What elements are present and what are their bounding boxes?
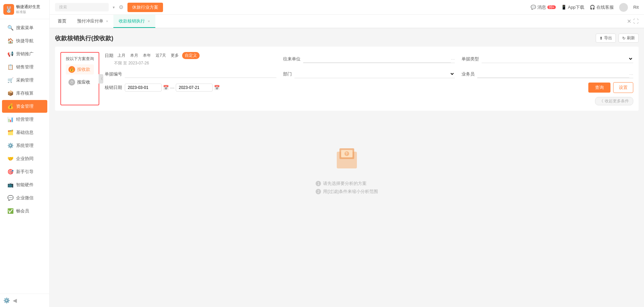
empty-state: ? 1 请先选择要分析的方案 2 用[过滤]条件来缩小分析范围	[55, 115, 639, 221]
collapse-more-row: 《 收起更多条件	[105, 97, 633, 105]
shortcut-7days[interactable]: 近7天	[154, 52, 167, 59]
tab-prepay-close-icon[interactable]: ×	[106, 19, 108, 23]
sidebar-item-cooperation[interactable]: 🤝企业协同	[2, 152, 47, 165]
staff-dots-icon[interactable]: ···	[629, 71, 633, 77]
message-item[interactable]: 💬 消息 99+	[531, 4, 556, 10]
close-tab-icon[interactable]: ✕	[627, 18, 631, 24]
tab-receipt-verify-close-icon[interactable]: ×	[148, 19, 150, 23]
sidebar-item-label-quick-nav: 快捷导航	[16, 38, 34, 44]
tabbar-actions: ✕ ⛶	[627, 15, 641, 28]
shortcut-custom[interactable]: 自定义	[182, 52, 200, 59]
by-receipt-icon: 💰	[68, 66, 75, 73]
sidebar-item-wechat[interactable]: 💬企业微信	[2, 192, 47, 204]
export-button[interactable]: ⬆ 导出	[596, 34, 616, 43]
service-item[interactable]: 🎧 在线客服	[590, 4, 614, 10]
collapse-more-label: 收起更多条件	[605, 98, 629, 104]
shortcut-last-month[interactable]: 上月	[116, 52, 127, 59]
sidebar-item-system[interactable]: ⚙️系统管理	[2, 139, 47, 152]
purchase-icon: 🛒	[7, 77, 13, 83]
counterpart-input[interactable]	[303, 55, 451, 63]
doc-no-input[interactable]	[125, 70, 276, 78]
topbar-chevron-icon[interactable]: ▾	[113, 5, 115, 10]
sidebar-item-member[interactable]: ✅畅会员	[2, 205, 47, 217]
by-receipt-label: 按收款	[77, 66, 90, 72]
service-icon: 🎧	[590, 5, 595, 10]
sidebar-item-label-business: 经营管理	[16, 116, 34, 122]
staff-input[interactable]	[477, 70, 629, 78]
message-badge: 99+	[547, 5, 556, 9]
app-download-item[interactable]: 📱 App下载	[561, 4, 584, 10]
sidebar-item-label-member: 畅会员	[16, 208, 29, 214]
dept-select[interactable]	[294, 70, 455, 78]
tab-prepay-label: 预付冲应付单	[77, 18, 103, 24]
sidebar-item-finance[interactable]: 💰资金管理	[2, 100, 47, 113]
sidebar-item-quick-nav[interactable]: 🏠快捷导航	[2, 35, 47, 47]
verif-date-label: 核销日期	[105, 85, 122, 91]
sidebar-item-guide[interactable]: 🎯新手引导	[2, 165, 47, 178]
sidebar-item-sales[interactable]: 📋销售管理	[2, 61, 47, 73]
collapse-more-button[interactable]: 《 收起更多条件	[595, 97, 633, 105]
user-name: Rit	[633, 5, 639, 10]
sidebar-item-label-guide: 新手引导	[16, 169, 34, 175]
collapse-more-icon: 《	[599, 98, 603, 104]
logo-icon: 🐰	[3, 4, 14, 15]
expand-tab-icon[interactable]: ⛶	[633, 18, 639, 24]
verif-date-start-input[interactable]	[125, 84, 162, 92]
shortcut-more[interactable]: 更多	[169, 52, 180, 59]
sidebar-item-marketing[interactable]: 📢营销推广	[2, 48, 47, 60]
sidebar-item-label-search: 搜索菜单	[16, 25, 34, 31]
topbar-right: 💬 消息 99+ 📱 App下载 🎧 在线客服 Rit	[531, 3, 639, 12]
query-button[interactable]: 查询	[588, 83, 610, 93]
query-selector: 按以下方案查询 💰 按收款 ⏱ 按应收 《	[60, 52, 99, 105]
settings-bottom-icon[interactable]: ⚙️	[3, 297, 10, 304]
quick-nav-icon: 🏠	[7, 38, 13, 44]
logo-text: 畅捷通好生意	[16, 4, 40, 10]
sidebar-item-business[interactable]: 📊经营管理	[2, 113, 47, 126]
sidebar-item-hardware[interactable]: 📺智能硬件	[2, 178, 47, 191]
shortcut-this-month[interactable]: 本月	[129, 52, 140, 59]
counterpart-input-wrapper: ···	[303, 55, 455, 63]
dept-field: 部门	[283, 70, 455, 78]
settings-button[interactable]: 设置	[613, 82, 633, 93]
counterpart-label: 往来单位	[283, 56, 301, 62]
inventory-icon: 📦	[7, 90, 13, 96]
sidebar-item-search[interactable]: 🔍搜索菜单	[2, 21, 47, 34]
by-receivable-label: 按应收	[77, 79, 90, 85]
verif-date-end-cal-icon[interactable]: 📅	[214, 85, 220, 90]
business-icon: 📊	[7, 116, 13, 122]
user-avatar[interactable]	[619, 3, 628, 12]
empty-tip-1-text: 请先选择要分析的方案	[323, 181, 367, 187]
staff-label: 业务员	[462, 71, 475, 77]
collapse-sidebar-icon[interactable]: ◀	[13, 297, 17, 304]
export-label: 导出	[604, 35, 612, 41]
empty-tip-2-text: 用[过滤]条件来缩小分析范围	[323, 189, 378, 195]
sidebar-logo: 🐰 畅捷通好生意 标准版	[0, 0, 49, 19]
topbar-gear-icon[interactable]: ⚙	[119, 4, 123, 10]
finance-icon: 💰	[7, 103, 13, 109]
sidebar-item-label-wechat: 企业微信	[16, 195, 34, 201]
empty-tips: 1 请先选择要分析的方案 2 用[过滤]条件来缩小分析范围	[316, 181, 378, 195]
solution-button[interactable]: 休旅行业方案	[127, 3, 163, 12]
sidebar-item-label-marketing: 营销推广	[16, 51, 34, 57]
query-option-by-receipt[interactable]: 💰 按收款	[66, 64, 94, 74]
sidebar-item-inventory[interactable]: 📦库存核算	[2, 87, 47, 100]
verif-date-start-cal-icon[interactable]: 📅	[163, 85, 169, 90]
sidebar-nav: 🔍搜索菜单🏠快捷导航📢营销推广📋销售管理🛒采购管理📦库存核算💰资金管理📊经营管理…	[0, 19, 49, 294]
sidebar-item-label-cooperation: 企业协同	[16, 156, 34, 162]
date-no-limit: 不限 至 2023-07-26	[105, 60, 276, 66]
verif-date-end-input[interactable]	[176, 84, 213, 92]
sidebar-item-basic[interactable]: 🗂️基础信息	[2, 126, 47, 139]
collapse-query-selector-btn[interactable]: 《	[99, 74, 103, 84]
shortcut-this-year[interactable]: 本年	[142, 52, 152, 59]
refresh-button[interactable]: ↻ 刷新	[619, 34, 639, 43]
message-icon: 💬	[531, 5, 536, 10]
topbar-search[interactable]: 搜索	[55, 3, 109, 11]
tab-home[interactable]: 首页	[52, 15, 72, 28]
counterpart-dots-icon[interactable]: ···	[451, 56, 455, 62]
query-option-by-receivable[interactable]: ⏱ 按应收	[66, 77, 94, 87]
tab-receipt-verify[interactable]: 收款核销执行 ×	[113, 15, 155, 28]
search-icon: 🔍	[7, 25, 13, 31]
tab-prepay[interactable]: 预付冲应付单 ×	[72, 15, 113, 28]
sidebar-item-purchase[interactable]: 🛒采购管理	[2, 74, 47, 87]
doc-type-select[interactable]	[482, 55, 633, 63]
